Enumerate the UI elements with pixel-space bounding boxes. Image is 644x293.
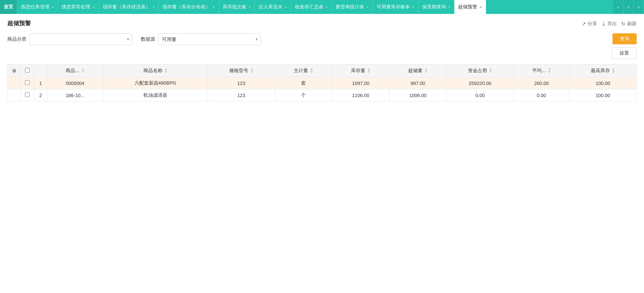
share-button[interactable]: ↗ 分享 [582,21,597,27]
close-icon[interactable]: × [366,5,369,9]
category-filter: 商品分类 ▾ [7,33,132,45]
category-label: 商品分类 [7,36,26,42]
column-header-max-stock[interactable]: 最高库存 ▲▼ [569,64,636,77]
page-title: 超储预警 [7,20,31,27]
close-icon[interactable]: × [52,5,54,9]
nav-tab-yaohuo[interactable]: 要货单统计表 × [332,0,373,14]
column-header-spec[interactable]: 规格型号 ▲▼ [208,64,275,77]
gear-icon[interactable]: ⚙ [12,68,17,74]
nav-tab-jianhuoyichangchuli[interactable]: 拣货异常处理 × [58,0,99,14]
header-actions: ↗ 分享 ⤓ 导出 ↻ 刷新 [582,21,637,27]
action-buttons: 查询 设置 [612,33,637,59]
filter-section: 商品分类 ▾ 数据源 可用量 库存量 ▾ [7,33,637,59]
settings-button[interactable]: 设置 [612,47,637,59]
category-select[interactable] [29,33,132,45]
datasource-select-wrapper: 可用量 库存量 ▾ [158,33,261,45]
refresh-button[interactable]: ↻ 刷新 [621,21,637,27]
select-all-checkbox[interactable] [25,68,30,73]
column-header-index [34,64,47,77]
close-icon[interactable]: × [285,5,287,9]
nav-tab-xiancunliang1[interactable]: 现存量（库存状况表） × [99,0,159,14]
category-select-wrapper: ▾ [29,33,132,45]
main-content: 超储预警 ↗ 分享 ⤓ 导出 ↻ 刷新 商品分类 [0,14,644,293]
nav-prev-button[interactable]: ‹ [613,0,623,14]
column-header-stock[interactable]: 库存量 ▲▼ [332,64,389,77]
nav-tab-xiancunliang2[interactable]: 现存量（库存分布表） × [159,0,219,14]
datasource-filter: 数据源 可用量 库存量 ▾ [141,33,261,45]
sort-icon: ▲▼ [548,68,551,74]
top-navigation: 首页 拣货任务管理 × 拣货异常处理 × 现存量（库存状况表） × 现存量（库存… [0,0,644,14]
column-header-unit[interactable]: 主计量 ▲▼ [275,64,332,77]
nav-tab-shoufacunhuizongbiao[interactable]: 收发存汇总表 × [291,0,332,14]
sort-icon: ▲▼ [165,68,168,74]
nav-tab-kuCunPiCiZhang[interactable]: 库存批次账 × [219,0,255,14]
sort-icon: ▲▼ [612,68,615,74]
nav-tab-jianhuorenwuguanli[interactable]: 拣货任务管理 × [17,0,58,14]
nav-tab-churukuliushui[interactable]: 出入库流水 × [255,0,291,14]
export-button[interactable]: ⤓ 导出 [601,21,617,27]
column-header-checkbox [21,64,34,77]
sort-icon: ▲▼ [425,68,428,74]
row-checkbox[interactable] [25,92,30,97]
column-header-avg[interactable]: 平均... ▲▼ [514,64,569,77]
table-row: 2186-10...机油滤清器123个1106.001006.000.000.0… [8,89,637,101]
datasource-select[interactable]: 可用量 库存量 [158,33,261,45]
sort-icon: ▲▼ [489,68,492,74]
sort-icon: ▲▼ [367,68,370,74]
datasource-label: 数据源 [141,36,155,42]
page-header: 超储预警 ↗ 分享 ⤓ 导出 ↻ 刷新 [7,20,637,27]
close-icon[interactable]: × [326,5,328,9]
nav-menu-button[interactable]: › [634,0,644,14]
column-header-product-name[interactable]: 商品名称 ▲▼ [103,64,208,77]
nav-home[interactable]: 首页 [0,0,17,14]
column-header-settings: ⚙ [8,64,21,77]
query-button[interactable]: 查询 [612,33,637,44]
share-icon: ↗ [582,21,586,27]
close-icon[interactable]: × [412,5,414,9]
export-icon: ⤓ [601,21,606,27]
row-checkbox[interactable] [25,80,30,85]
close-icon[interactable]: × [92,5,95,9]
column-header-product-code[interactable]: 商品... ▲▼ [47,64,103,77]
nav-tab-keyongliang[interactable]: 可用量库存账本 × [373,0,418,14]
sort-icon: ▲▼ [250,68,253,74]
data-table: ⚙ 商品... ▲▼ 商品名称 ▲▼ [7,64,637,101]
column-header-capital[interactable]: 资金占用 ▲▼ [446,64,513,77]
filter-fields: 商品分类 ▾ 数据源 可用量 库存量 ▾ [7,33,612,45]
nav-tab-chaochuyujing[interactable]: 超储预警 × [454,0,486,14]
close-icon[interactable]: × [153,5,155,9]
refresh-icon: ↻ [621,21,626,27]
sort-icon: ▲▼ [310,68,313,74]
table-row: 10000004六配套新昌490BPG123套1097.00997.002592… [8,77,637,89]
close-icon[interactable]: × [212,5,215,9]
close-icon[interactable]: × [448,5,450,9]
nav-tab-baozhi[interactable]: 保质期查询 × [418,0,454,14]
nav-arrows: ‹ › › [613,0,644,14]
close-icon[interactable]: × [249,5,251,9]
nav-next-button[interactable]: › [623,0,634,14]
table-header-row: ⚙ 商品... ▲▼ 商品名称 ▲▼ [8,64,637,77]
close-icon[interactable]: × [479,5,482,9]
sort-icon: ▲▼ [81,68,84,74]
column-header-over-stock[interactable]: 超储量 ▲▼ [389,64,446,77]
